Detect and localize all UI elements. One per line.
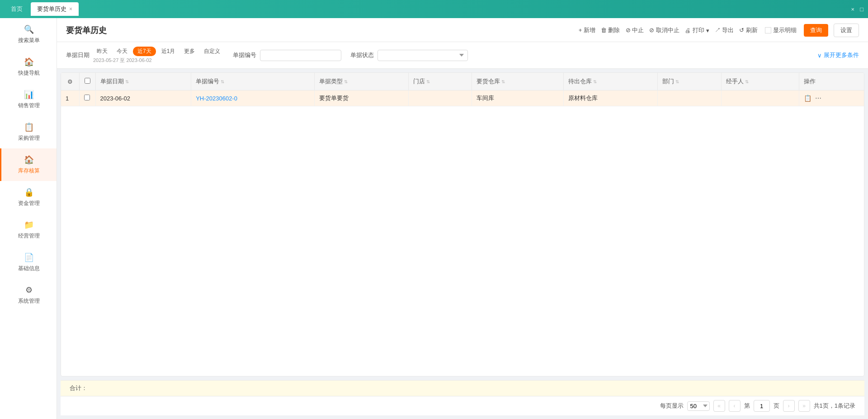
prev-page-btn[interactable]: ‹ — [729, 400, 741, 412]
th-pending-warehouse: 待出仓库 ⇅ — [564, 73, 658, 90]
stop-button[interactable]: ⊘ 中止 — [626, 26, 644, 34]
sidebar-label-inventory-calc: 库存核算 — [18, 167, 40, 175]
date-chip-custom[interactable]: 自定义 — [200, 47, 224, 56]
cancel-stop-button[interactable]: ⊘ 取消中止 — [649, 26, 679, 34]
search-menu-icon: 🔍 — [24, 24, 34, 34]
th-doc-type-label: 单据类型 — [319, 77, 343, 86]
date-filter-group: 单据日期 昨天 今天 近7天 近1月 更多 自定义 2023-05-27 至 2… — [66, 47, 224, 64]
sidebar-label-purchase-mgmt: 采购管理 — [18, 134, 40, 142]
next-page-btn[interactable]: › — [783, 400, 795, 412]
status-select[interactable] — [377, 50, 468, 61]
close-tab-icon[interactable]: × — [69, 6, 72, 12]
th-req-warehouse-label: 要货仓库 — [476, 77, 500, 86]
query-button[interactable]: 查询 — [804, 24, 828, 37]
th-store: 门店 ⇅ — [409, 73, 472, 90]
sidebar-item-search-menu[interactable]: 🔍 搜索菜单 — [0, 18, 57, 51]
sort-doc-type-icon[interactable]: ⇅ — [344, 79, 348, 84]
th-req-warehouse: 要货仓库 ⇅ — [472, 73, 564, 90]
window-close-btn[interactable]: × — [851, 6, 855, 13]
refresh-button[interactable]: ↺ 刷新 — [739, 26, 758, 34]
date-chips: 昨天 今天 近7天 近1月 更多 自定义 — [93, 47, 224, 56]
th-handler: 经手人 ⇅ — [721, 73, 799, 90]
sidebar-item-sales-mgmt[interactable]: 📊 销售管理 — [0, 83, 57, 116]
sort-department-icon[interactable]: ⇅ — [675, 79, 679, 84]
delete-button[interactable]: 🗑 删除 — [601, 26, 620, 34]
date-chip-last1month[interactable]: 近1月 — [158, 47, 179, 56]
date-chip-more[interactable]: 更多 — [180, 47, 198, 56]
td-date: 2023-06-02 — [95, 90, 191, 106]
sort-store-icon[interactable]: ⇅ — [426, 79, 430, 84]
sidebar-item-quick-nav[interactable]: 🏠 快捷导航 — [0, 51, 57, 83]
sidebar-item-system-mgmt[interactable]: ⚙ 系统管理 — [0, 279, 57, 311]
th-pending-warehouse-label: 待出仓库 — [568, 77, 592, 86]
date-chip-today[interactable]: 今天 — [113, 47, 131, 56]
first-page-btn[interactable]: « — [713, 400, 725, 412]
current-page-input[interactable] — [754, 400, 770, 412]
date-chips-group: 昨天 今天 近7天 近1月 更多 自定义 2023-05-27 至 2023-0… — [93, 47, 224, 64]
sort-doc-no-icon[interactable]: ⇅ — [221, 79, 224, 84]
settings-button[interactable]: 设置 — [834, 24, 859, 37]
th-actions-label: 操作 — [804, 78, 816, 85]
tab-home-label: 首页 — [11, 5, 23, 13]
pagination-bar: 每页显示 50 20 100 « ‹ 第 页 › » 共1页，1条记录 — [61, 396, 864, 415]
date-chip-yesterday[interactable]: 昨天 — [93, 47, 111, 56]
tab-requisition-history[interactable]: 要货单历史 × — [31, 2, 79, 16]
doc-no-link[interactable]: YH-20230602-0 — [196, 95, 237, 102]
sidebar-item-operations-mgmt[interactable]: 📁 经营管理 — [0, 214, 57, 246]
sort-pending-warehouse-icon[interactable]: ⇅ — [593, 79, 597, 84]
th-store-label: 门店 — [413, 77, 425, 86]
th-department-label: 部门 — [662, 77, 674, 86]
purchase-mgmt-icon: 📋 — [24, 122, 34, 132]
page-title-row: 要货单历史 + 新增 🗑 删除 ⊘ 中止 ⊘ 取消中止 🖨 打印 ▾ ↗ 导出 … — [66, 24, 859, 37]
expand-more-btn[interactable]: ∨ 展开更多条件 — [817, 51, 859, 59]
td-checkbox — [79, 90, 95, 106]
top-bar: 首页 要货单历史 × × □ — [0, 0, 868, 18]
sidebar: 🔍 搜索菜单 🏠 快捷导航 📊 销售管理 📋 采购管理 🏠 库存核算 🔒 资金管… — [0, 18, 57, 419]
page-title: 要货单历史 — [66, 25, 107, 36]
date-chip-last7days[interactable]: 近7天 — [133, 47, 156, 56]
sort-handler-icon[interactable]: ⇅ — [745, 79, 749, 84]
sidebar-label-finance-mgmt: 资金管理 — [18, 200, 40, 207]
sort-date-icon[interactable]: ⇅ — [125, 79, 129, 84]
page-label: 第 — [744, 402, 750, 410]
th-doc-no: 单据编号 ⇅ — [191, 73, 315, 90]
th-checkbox — [79, 73, 95, 90]
more-action-btn[interactable]: ⋯ — [815, 95, 821, 102]
th-date: 单据日期 ⇅ — [95, 73, 191, 90]
display-cells-checkbox[interactable] — [765, 27, 771, 33]
print-button[interactable]: 🖨 打印 ▾ — [685, 26, 709, 34]
new-button[interactable]: + 新增 — [579, 26, 595, 34]
tab-requisition-history-label: 要货单历史 — [37, 5, 66, 13]
print-icon: 🖨 — [685, 27, 691, 34]
th-settings[interactable]: ⚙ — [61, 73, 79, 90]
doc-no-label: 单据编号 — [233, 51, 256, 59]
sidebar-item-basic-info[interactable]: 📄 基础信息 — [0, 246, 57, 279]
page-header: 要货单历史 + 新增 🗑 删除 ⊘ 中止 ⊘ 取消中止 🖨 打印 ▾ ↗ 导出 … — [57, 18, 868, 42]
td-req-warehouse: 车间库 — [472, 90, 564, 106]
table-container: ⚙ 单据日期 ⇅ 单据编号 — [61, 72, 864, 376]
last-page-btn[interactable]: » — [798, 400, 810, 412]
td-doc-type: 要货单要货 — [314, 90, 408, 106]
sidebar-item-inventory-calc[interactable]: 🏠 库存核算 — [0, 148, 57, 181]
system-mgmt-icon: ⚙ — [25, 285, 33, 295]
td-store — [409, 90, 472, 106]
sidebar-item-purchase-mgmt[interactable]: 📋 采购管理 — [0, 116, 57, 148]
th-doc-type: 单据类型 ⇅ — [314, 73, 408, 90]
sidebar-item-finance-mgmt[interactable]: 🔒 资金管理 — [0, 181, 57, 214]
window-maximize-btn[interactable]: □ — [860, 6, 863, 13]
td-handler — [721, 90, 799, 106]
row-checkbox[interactable] — [84, 95, 90, 100]
page-size-select[interactable]: 50 20 100 — [687, 401, 710, 411]
view-action-btn[interactable]: 📋 — [804, 95, 811, 102]
sort-req-warehouse-icon[interactable]: ⇅ — [501, 79, 505, 84]
select-all-checkbox[interactable] — [85, 78, 90, 84]
basic-info-icon: 📄 — [24, 252, 34, 262]
export-button[interactable]: ↗ 导出 — [715, 26, 734, 34]
sidebar-label-quick-nav: 快捷导航 — [18, 69, 40, 77]
doc-no-input[interactable] — [260, 50, 341, 61]
sidebar-label-search-menu: 搜索菜单 — [18, 37, 40, 44]
th-date-label: 单据日期 — [100, 77, 124, 86]
tab-home[interactable]: 首页 — [5, 2, 29, 16]
display-cells-toggle[interactable]: 显示明细 — [763, 26, 798, 34]
expand-more-label: 展开更多条件 — [824, 51, 859, 59]
